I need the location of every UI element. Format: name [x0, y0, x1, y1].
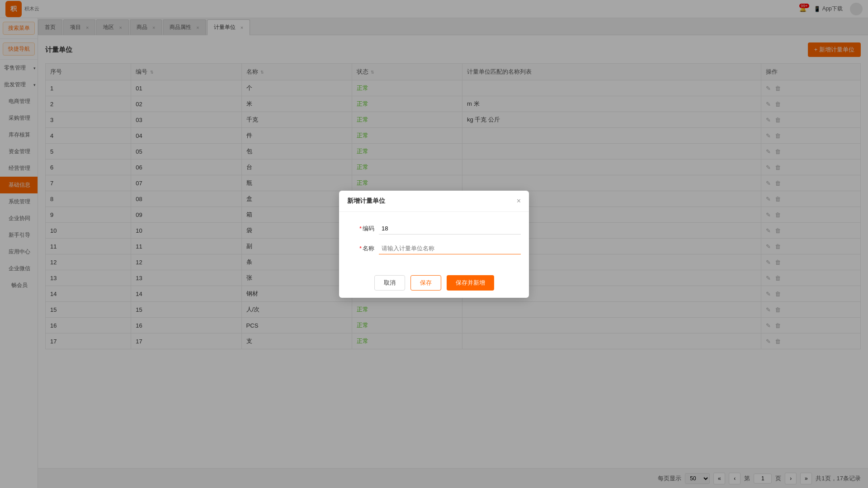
name-input[interactable]: [379, 243, 521, 254]
save-button[interactable]: 保存: [410, 275, 441, 291]
modal-header: 新增计量单位 ×: [339, 191, 529, 212]
name-label: *名称: [347, 244, 374, 253]
code-input[interactable]: [379, 223, 521, 235]
required-star-name: *: [359, 245, 362, 252]
save-and-new-button[interactable]: 保存并新增: [447, 275, 494, 291]
modal-body: *编码 *名称: [339, 212, 529, 270]
modal-close-button[interactable]: ×: [517, 197, 521, 205]
form-row-name: *名称: [347, 243, 521, 254]
modal-footer: 取消 保存 保存并新增: [339, 270, 529, 298]
modal-title: 新增计量单位: [347, 197, 385, 205]
code-label: *编码: [347, 225, 374, 233]
form-row-code: *编码: [347, 223, 521, 235]
add-unit-modal: 新增计量单位 × *编码 *名称 取消 保存 保存并新增: [339, 191, 529, 298]
required-star: *: [359, 225, 362, 232]
modal-overlay: 新增计量单位 × *编码 *名称 取消 保存 保存并新增: [0, 0, 868, 488]
cancel-button[interactable]: 取消: [374, 275, 405, 291]
